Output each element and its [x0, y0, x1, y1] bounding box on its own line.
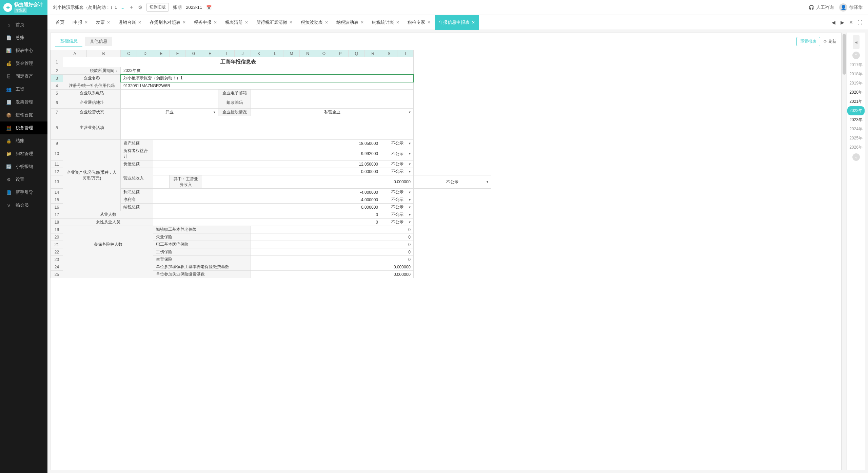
- year-2018年[interactable]: 2018年: [847, 70, 865, 79]
- tab-7[interactable]: 所得税汇算清缴✕: [252, 15, 297, 30]
- gear-icon[interactable]: ⚙: [138, 4, 142, 11]
- tab-10[interactable]: 纳税统计表✕: [368, 15, 403, 30]
- year-2022年[interactable]: 2022年: [847, 106, 865, 115]
- tab-close-icon[interactable]: ✕: [472, 20, 475, 25]
- row-header[interactable]: 7: [51, 109, 63, 116]
- tab-close-icon[interactable]: ✕: [107, 20, 110, 25]
- subtab-other[interactable]: 其他信息: [85, 37, 112, 46]
- tab-6[interactable]: 税表清册✕: [221, 15, 252, 30]
- year-collapse-button[interactable]: ◀: [853, 35, 860, 49]
- row-header[interactable]: 20: [51, 233, 63, 241]
- sidebar-item-stock[interactable]: 📦进销台账: [0, 109, 47, 121]
- year-2017年[interactable]: 2017年: [847, 60, 865, 70]
- cell-value[interactable]: 9.992000: [153, 147, 381, 160]
- col-header[interactable]: F: [170, 50, 186, 57]
- row-header[interactable]: 18: [51, 219, 63, 226]
- row-header[interactable]: 24: [51, 263, 63, 271]
- row-header[interactable]: 19: [51, 226, 63, 233]
- col-header[interactable]: A: [63, 50, 87, 57]
- horizontal-scrollbar[interactable]: [51, 465, 841, 470]
- cell-value[interactable]: 12.050000: [153, 160, 381, 168]
- calendar-icon[interactable]: 📅: [206, 5, 212, 10]
- col-header[interactable]: N: [300, 50, 316, 57]
- col-header[interactable]: S: [381, 50, 397, 57]
- tab-12[interactable]: 年报信息申报表✕: [435, 15, 479, 30]
- refresh-button[interactable]: ⟳ 刷新: [824, 39, 836, 44]
- cell-dropdown[interactable]: 不公示: [381, 189, 414, 196]
- tab-close-icon[interactable]: ✕: [396, 20, 399, 25]
- cell-value[interactable]: 2022年度: [121, 67, 414, 75]
- sidebar-item-settings[interactable]: ⚙设置: [0, 173, 47, 186]
- cell-value[interactable]: 0: [251, 241, 414, 248]
- year-2021年[interactable]: 2021年: [847, 97, 865, 106]
- tab-4[interactable]: 存货别名对照表✕: [145, 15, 190, 30]
- cell-value[interactable]: 18.050000: [153, 140, 381, 147]
- sidebar-item-ledger[interactable]: 📄总账: [0, 31, 47, 44]
- col-header[interactable]: B: [87, 50, 121, 57]
- year-up-button[interactable]: ⌃: [852, 52, 860, 59]
- cell-value[interactable]: 0: [251, 226, 414, 233]
- sidebar-item-tax[interactable]: 🧮税务管理: [0, 121, 47, 134]
- col-header[interactable]: J: [235, 50, 251, 57]
- cell-dropdown[interactable]: 不公示: [381, 204, 414, 211]
- col-header[interactable]: C: [121, 50, 137, 57]
- col-header[interactable]: D: [137, 50, 153, 57]
- cell-value[interactable]: 0: [251, 248, 414, 256]
- col-header[interactable]: T: [397, 50, 414, 57]
- spreadsheet[interactable]: ABCDEFGHIJKLMNOPQRST1工商年报信息表2税款所属期间：2022…: [51, 50, 841, 465]
- consult-link[interactable]: 🎧 人工咨询: [809, 4, 834, 11]
- cell-value[interactable]: 0.000000: [251, 271, 414, 278]
- add-icon[interactable]: ＋: [129, 4, 134, 11]
- row-header[interactable]: 15: [51, 196, 63, 204]
- tab-8[interactable]: 税负波动表✕: [297, 15, 332, 30]
- switch-old-button[interactable]: 切到旧版: [146, 3, 169, 12]
- cell-value[interactable]: 0.000000: [251, 263, 414, 271]
- row-header[interactable]: 25: [51, 271, 63, 278]
- sidebar-item-salary[interactable]: 👥工资: [0, 83, 47, 96]
- row-header[interactable]: 13: [51, 175, 63, 189]
- cell-dropdown[interactable]: 不公示: [381, 168, 414, 175]
- row-header[interactable]: 16: [51, 204, 63, 211]
- row-header[interactable]: 23: [51, 256, 63, 263]
- cell-value[interactable]: -4.000000: [153, 196, 381, 204]
- cell-value[interactable]: [121, 97, 218, 109]
- tab-9[interactable]: 纳税波动表✕: [332, 15, 368, 30]
- year-2020年[interactable]: 2020年: [847, 88, 865, 97]
- cell-value[interactable]: 0.000000: [153, 168, 381, 175]
- col-header[interactable]: M: [283, 50, 300, 57]
- row-header[interactable]: 14: [51, 189, 63, 196]
- row-header[interactable]: 2: [51, 67, 63, 75]
- tab-close-icon[interactable]: ✕: [182, 20, 186, 25]
- row-header[interactable]: 12: [51, 168, 63, 175]
- row-header[interactable]: 10: [51, 147, 63, 160]
- year-down-button[interactable]: ⌄: [852, 153, 860, 161]
- cell-dropdown[interactable]: 开业: [121, 109, 218, 116]
- sidebar-item-fund[interactable]: 💰资金管理: [0, 57, 47, 70]
- tab-close-icon[interactable]: ✕: [214, 20, 217, 25]
- cell-dropdown[interactable]: 不公示: [381, 211, 414, 219]
- cell-value[interactable]: 0: [251, 233, 414, 241]
- cell-dropdown[interactable]: 不公示: [414, 175, 491, 189]
- cell-value[interactable]: 91320811MA7NGR2W6R: [121, 82, 414, 90]
- cell-dropdown[interactable]: 私营企业: [251, 109, 414, 116]
- col-header[interactable]: E: [153, 50, 170, 57]
- col-header[interactable]: K: [251, 50, 267, 57]
- account-selector[interactable]: 刘小艳演示账套（勿删勿动！）1 ⌄: [53, 4, 125, 11]
- sidebar-item-close[interactable]: 🔒结账: [0, 134, 47, 147]
- cell-value[interactable]: 0: [153, 219, 381, 226]
- cell-value[interactable]: 0: [251, 256, 414, 263]
- sidebar-item-archive[interactable]: 📁归档管理: [0, 147, 47, 160]
- tab-close-icon[interactable]: ✕: [427, 20, 431, 25]
- tabs-prev-button[interactable]: ◀: [829, 18, 837, 26]
- col-header[interactable]: R: [365, 50, 381, 57]
- tab-close-icon[interactable]: ✕: [289, 20, 293, 25]
- col-header[interactable]: H: [202, 50, 218, 57]
- cell-value[interactable]: [251, 97, 414, 109]
- col-header[interactable]: G: [186, 50, 202, 57]
- cell-value[interactable]: 0.000000: [202, 175, 414, 189]
- col-header[interactable]: Q: [349, 50, 365, 57]
- tab-close-icon[interactable]: ✕: [84, 20, 88, 25]
- year-2023年[interactable]: 2023年: [847, 115, 865, 125]
- subtab-basic[interactable]: 基础信息: [55, 36, 82, 46]
- tab-close-icon[interactable]: ✕: [138, 20, 141, 25]
